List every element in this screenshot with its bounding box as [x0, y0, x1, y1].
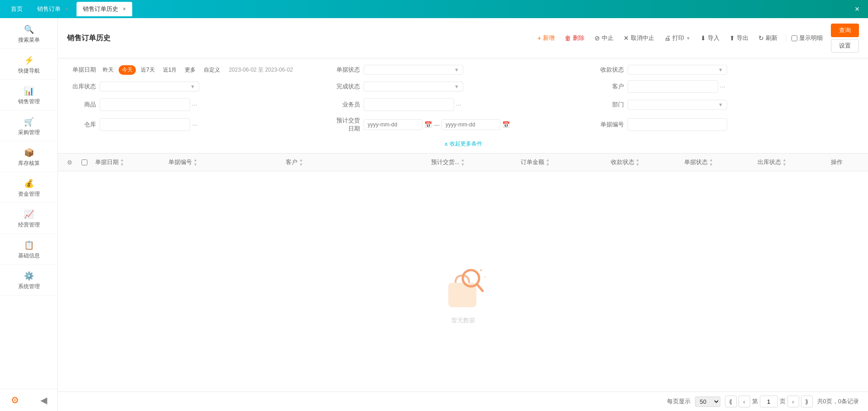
add-button[interactable]: + 新增	[535, 32, 557, 44]
sidebar-item-quick-nav[interactable]: ⚡ 快捷导航	[0, 49, 58, 80]
sidebar-item-basic-info[interactable]: 📋 基础信息	[0, 234, 58, 265]
filter-field-salesperson[interactable]: ···	[364, 98, 595, 111]
th-amount[interactable]: 订单金额 ▲▼	[517, 158, 607, 167]
per-page-select[interactable]: 50 10 20 100	[695, 396, 720, 407]
tab-sales-order-close[interactable]: ×	[65, 6, 68, 12]
filter-field-pay-status[interactable]: ▼	[628, 65, 859, 75]
th-doc-status[interactable]: 单据状态 ▲▼	[681, 158, 754, 167]
print-button[interactable]: 🖨 打印 ▼	[662, 32, 693, 44]
sidebar-collapse-icon[interactable]: ◀	[40, 395, 47, 406]
filter-label-complete-status: 完成状态	[331, 82, 364, 91]
product-input[interactable]	[100, 98, 190, 111]
stock-status-select[interactable]: ▼	[100, 82, 199, 92]
delete-button[interactable]: 🗑 删除	[562, 32, 587, 44]
stop-button[interactable]: ⊘ 中止	[592, 32, 616, 44]
warehouse-dots-icon[interactable]: ···	[192, 121, 197, 128]
customer-dots-icon[interactable]: ···	[720, 83, 725, 90]
sidebar-item-business-label: 经营管理	[18, 221, 40, 229]
pager-first-button[interactable]: ⟪	[725, 396, 737, 407]
refresh-button[interactable]: ↻ 刷新	[756, 32, 780, 44]
sidebar-item-purchase[interactable]: 🛒 采购管理	[0, 111, 58, 141]
business-icon: 📈	[24, 209, 34, 219]
window-close-button[interactable]: ×	[851, 3, 863, 15]
salesperson-input[interactable]	[364, 98, 454, 111]
date-quick-custom[interactable]: 自定义	[201, 65, 223, 75]
sidebar-item-search-menu-label: 搜索菜单	[18, 36, 40, 44]
export-button[interactable]: ⬆ 导出	[727, 32, 751, 44]
th-delivery-sort-icon: ▲▼	[461, 158, 465, 167]
delivery-date-end-icon[interactable]: 📅	[502, 121, 510, 128]
date-quick-7days[interactable]: 近7天	[138, 65, 158, 75]
empty-state: ✦ ✦ 暂无数据	[438, 266, 488, 324]
filter-label-delivery-date: 预计交货日期	[331, 116, 364, 133]
pager-last-button[interactable]: ⟫	[801, 396, 813, 407]
doc-no-input[interactable]	[628, 118, 727, 131]
th-customer[interactable]: 客户 ▲▼	[282, 158, 427, 167]
table-check-all[interactable]	[77, 160, 91, 165]
th-date[interactable]: 单据日期 ▲▼	[91, 158, 165, 167]
delete-icon: 🗑	[565, 34, 571, 42]
check-all-input[interactable]	[82, 160, 87, 165]
filter-field-product[interactable]: ···	[100, 98, 331, 111]
filter-field-customer[interactable]: ···	[628, 80, 859, 93]
print-label: 打印	[672, 34, 684, 42]
tab-sales-order-history-close[interactable]: ×	[123, 6, 126, 12]
product-dots-icon[interactable]: ···	[192, 101, 197, 108]
th-delivery[interactable]: 预计交货... ▲▼	[427, 158, 518, 167]
sidebar-item-inventory-label: 库存核算	[18, 160, 40, 167]
complete-status-select[interactable]: ▼	[364, 82, 463, 92]
setting-button[interactable]: 设置	[831, 39, 859, 53]
display-detail-checkbox[interactable]: 显示明细	[791, 34, 823, 42]
date-quick-yesterday[interactable]: 昨天	[100, 65, 117, 75]
pager-page-input[interactable]	[760, 396, 778, 407]
th-order-no[interactable]: 单据编号 ▲▼	[165, 158, 282, 167]
date-quick-more[interactable]: 更多	[182, 65, 199, 75]
warehouse-input[interactable]	[100, 118, 190, 131]
sidebar-item-finance[interactable]: 💰 资金管理	[0, 172, 58, 203]
pay-status-select[interactable]: ▼	[628, 65, 727, 75]
table-settings-icon[interactable]: ⚙	[62, 159, 77, 166]
date-quick-1month[interactable]: 近1月	[160, 65, 180, 75]
sidebar-item-search-menu[interactable]: 🔍 搜索菜单	[0, 18, 58, 49]
filter-field-doc-no[interactable]	[628, 118, 859, 131]
customer-input[interactable]	[628, 80, 718, 93]
cancel-stop-button[interactable]: ✕ 取消中止	[621, 32, 657, 44]
pager-prev-button[interactable]: ‹	[739, 396, 750, 407]
sidebar-item-system[interactable]: ⚙️ 系统管理	[0, 265, 58, 295]
th-ops: 操作	[827, 158, 863, 166]
filter-field-doc-status[interactable]: ▼	[364, 65, 595, 75]
tab-sales-order[interactable]: 销售订单 ×	[31, 2, 75, 16]
filter-field-complete-status[interactable]: ▼	[364, 82, 595, 92]
pay-status-arrow-icon: ▼	[718, 67, 723, 73]
sidebar-item-business[interactable]: 📈 经营管理	[0, 203, 58, 234]
th-customer-sort-icon: ▲▼	[299, 158, 303, 167]
filter-label-product: 商品	[67, 101, 100, 109]
export-label: 导出	[737, 34, 748, 42]
delivery-date-start-icon[interactable]: 📅	[424, 121, 432, 128]
th-stock-status[interactable]: 出库状态 ▲▼	[754, 158, 827, 167]
tab-sales-order-history[interactable]: 销售订单历史 ×	[77, 2, 132, 16]
toolbar: + 新增 🗑 删除 ⊘ 中止 ✕ 取消中止	[535, 24, 859, 53]
sidebar-settings-icon[interactable]: ⚙	[11, 395, 19, 406]
delete-label: 删除	[573, 34, 585, 42]
filter-field-department[interactable]: ▼	[628, 100, 859, 110]
doc-status-select[interactable]: ▼	[364, 65, 463, 75]
filter-field-warehouse[interactable]: ···	[100, 118, 331, 131]
delivery-date-end[interactable]	[441, 119, 500, 130]
th-pay-status[interactable]: 收款状态 ▲▼	[607, 158, 681, 167]
date-quick-today[interactable]: 今天	[119, 65, 136, 75]
pager-next-button[interactable]: ›	[787, 396, 799, 407]
sidebar-item-inventory[interactable]: 📦 库存核算	[0, 141, 58, 172]
query-button[interactable]: 查询	[831, 24, 859, 37]
th-order-no-label: 单据编号	[168, 158, 192, 166]
department-select[interactable]: ▼	[628, 100, 727, 110]
display-detail-input[interactable]	[791, 35, 797, 41]
collapse-button[interactable]: ∧ 收起更多条件	[444, 140, 482, 148]
salesperson-dots-icon[interactable]: ···	[456, 101, 461, 108]
sidebar-item-system-label: 系统管理	[18, 283, 40, 290]
sidebar-item-sales[interactable]: 📊 销售管理	[0, 80, 58, 111]
delivery-date-start[interactable]	[364, 119, 422, 130]
tab-home[interactable]: 首页	[5, 2, 29, 16]
filter-field-stock-status[interactable]: ▼	[100, 82, 331, 92]
import-button[interactable]: ⬇ 导入	[698, 32, 722, 44]
